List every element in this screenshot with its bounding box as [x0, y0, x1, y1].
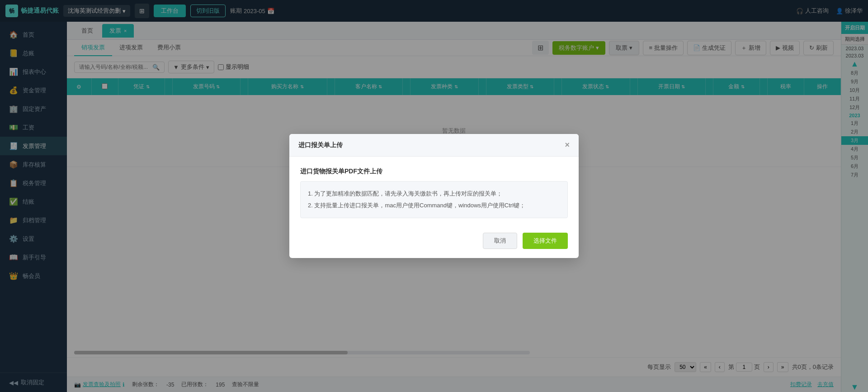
upload-title: 进口货物报关单PDF文件上传 [300, 167, 568, 176]
modal-overlay: 进口报关单上传 × 进口货物报关单PDF文件上传 1. 为了更加精准的数据匹配，… [0, 0, 868, 392]
dialog-body: 进口货物报关单PDF文件上传 1. 为了更加精准的数据匹配，请先录入海关缴款书，… [289, 157, 579, 225]
info-line-1: 1. 为了更加精准的数据匹配，请先录入海关缴款书，再上传对应的报关单； [308, 188, 560, 200]
info-box: 1. 为了更加精准的数据匹配，请先录入海关缴款书，再上传对应的报关单； 2. 支… [300, 181, 568, 218]
dialog-title: 进口报关单上传 [298, 141, 343, 149]
dialog-header: 进口报关单上传 × [289, 134, 579, 157]
dialog-close-button[interactable]: × [565, 140, 570, 150]
import-dialog: 进口报关单上传 × 进口货物报关单PDF文件上传 1. 为了更加精准的数据匹配，… [289, 134, 579, 258]
dialog-cancel-button[interactable]: 取消 [483, 233, 517, 249]
info-line-2: 2. 支持批量上传进口报关单，mac用户使用Command键，windows用户… [308, 200, 560, 211]
dialog-footer: 取消 选择文件 [289, 225, 579, 258]
dialog-select-file-button[interactable]: 选择文件 [523, 233, 568, 249]
